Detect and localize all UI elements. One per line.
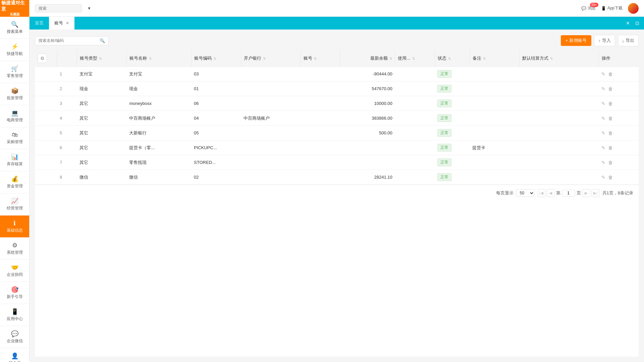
row-code-1: 01 [191,81,241,96]
sidebar-item-4[interactable]: 💻电商管理 [0,105,29,127]
row-code-4: 05 [191,126,241,140]
delete-button-6[interactable]: 🗑 [608,160,613,165]
sidebar-icon-15: 👤 [1,352,28,360]
row-code-3: 04 [191,111,241,126]
sidebar-icon-14: 💬 [1,330,28,338]
edit-button-3[interactable]: ✎ [601,116,605,121]
message-button[interactable]: 💬 消息 99+ [581,5,596,11]
col-account[interactable]: 账号 ⇅ [301,50,340,67]
last-page-button[interactable]: ▶| [592,189,600,197]
sidebar-item-10[interactable]: ⚙系统管理 [0,238,29,260]
sidebar-icon-10: ⚙ [1,242,28,249]
delete-button-0[interactable]: 🗑 [608,71,613,77]
col-settings[interactable]: ⚙ [35,50,57,67]
row-default-5 [519,140,599,155]
sidebar-label-0: 搜索菜单 [7,29,23,34]
row-status-7: 正常 [435,170,470,185]
sidebar-label-4: 电商管理 [7,118,23,122]
col-status[interactable]: 状态 ⇅ [435,50,470,67]
avatar[interactable] [628,3,639,14]
per-page-select[interactable]: 50 100 [516,189,535,197]
sidebar-item-12[interactable]: 🎯新手引导 [0,282,29,304]
col-type[interactable]: 账号类型 ⇅ [77,50,126,67]
tab-account-label: 账号 [54,20,63,26]
delete-button-4[interactable]: 🗑 [608,130,613,136]
row-code-7: 02 [191,170,241,185]
row-use-3 [395,111,435,126]
edit-button-1[interactable]: ✎ [601,86,605,92]
sidebar-item-9[interactable]: ℹ基础信息 [0,216,29,238]
tab-account[interactable]: 账号 ✕ [49,17,74,29]
sidebar-item-0[interactable]: 🔍搜索菜单 [0,17,29,39]
col-default[interactable]: 默认结算方式 ⇅ [519,50,599,67]
sidebar-item-1[interactable]: ⚡快捷导航 [0,39,29,61]
sidebar-icon-2: 🛒 [1,65,28,72]
edit-button-4[interactable]: ✎ [601,130,605,136]
delete-button-7[interactable]: 🗑 [608,175,613,180]
sidebar-item-3[interactable]: 📦批发管理 [0,83,29,105]
row-account-7 [301,170,340,185]
col-name[interactable]: 账号名称 ⇅ [126,50,191,67]
first-page-button[interactable]: |◀ [537,189,545,197]
search-input[interactable] [39,38,98,43]
sort-account-icon: ⇅ [314,57,317,60]
delete-button-3[interactable]: 🗑 [608,116,613,121]
search-icon[interactable]: 🔍 [100,38,105,43]
edit-button-5[interactable]: ✎ [601,145,605,150]
accounts-table-container: ⚙ 账号类型 ⇅ 账号名称 ⇅ 账号编码 ⇅ 开户银行 ⇅ 账号 ⇅ 最新余额 … [35,50,639,357]
sidebar-icon-11: 🤝 [1,264,28,271]
app-download-button[interactable]: 📱 App下载 [601,5,623,11]
tab-close-button[interactable]: ✕ [624,19,632,27]
row-default-1 [519,81,599,96]
delete-button-1[interactable]: 🗑 [608,86,613,92]
row-bank-6 [241,155,301,170]
sidebar-item-11[interactable]: 🤝企业协同 [0,260,29,282]
row-action-5: ✎ 🗑 [599,140,639,155]
sidebar-item-14[interactable]: 💬企业微信 [0,326,29,348]
row-balance-0: -90444.00 [340,67,395,81]
message-icon: 💬 [581,6,586,11]
col-balance[interactable]: 最新余额 ⇅ [340,50,395,67]
tab-account-close[interactable]: ✕ [66,21,69,25]
topbar-dropdown[interactable]: ▼ [87,6,91,11]
row-bank-1 [241,81,301,96]
delete-button-2[interactable]: 🗑 [608,101,613,106]
add-account-button[interactable]: + 新增账号 [561,35,591,46]
delete-button-5[interactable]: 🗑 [608,145,613,150]
sidebar-item-6[interactable]: 📊库存核算 [0,149,29,171]
sidebar-item-7[interactable]: 💰资金管理 [0,171,29,193]
row-account-5 [301,140,340,155]
status-badge-3: 正常 [437,114,451,122]
sidebar-item-13[interactable]: 📱应用中心 [0,304,29,326]
sidebar-item-8[interactable]: 📈经营管理 [0,193,29,216]
sidebar-item-5[interactable]: 🛍采购管理 [0,127,29,149]
status-badge-6: 正常 [437,159,451,166]
page-suffix: 页 [577,190,581,196]
col-remark[interactable]: 备注 ⇅ [470,50,519,67]
sidebar-icon-12: 🎯 [1,286,28,293]
sort-code-icon: ⇅ [213,57,216,60]
row-type-5: 其它 [77,140,126,155]
edit-button-6[interactable]: ✎ [601,160,605,165]
next-page-button[interactable]: ▶ [582,189,590,197]
tab-expand-button[interactable]: ⊡ [633,19,641,27]
sidebar-item-15[interactable]: 👤畅会员 [0,348,29,362]
export-button[interactable]: ↓ 导出 [618,35,639,46]
prev-page-button[interactable]: ◀ [547,189,555,197]
sidebar-label-11: 企业协同 [7,272,23,277]
topbar-search-input[interactable] [35,4,82,12]
settings-gear-button[interactable]: ⚙ [38,54,47,63]
col-code[interactable]: 账号编码 ⇅ [191,50,241,67]
import-button[interactable]: ↑ 导入 [594,35,615,46]
sidebar-item-2[interactable]: 🛒零售管理 [0,61,29,83]
row-type-7: 微信 [77,170,126,185]
edit-button-2[interactable]: ✎ [601,101,605,106]
row-account-2 [301,96,340,111]
edit-button-0[interactable]: ✎ [601,71,605,77]
col-bank[interactable]: 开户银行 ⇅ [241,50,301,67]
page-input[interactable] [562,190,575,196]
topbar: ▼ 💬 消息 99+ 📱 App下载 [30,0,644,17]
tab-home[interactable]: 首页 [30,17,49,29]
col-use[interactable]: 使用... ⇅ [395,50,435,67]
edit-button-7[interactable]: ✎ [601,175,605,180]
